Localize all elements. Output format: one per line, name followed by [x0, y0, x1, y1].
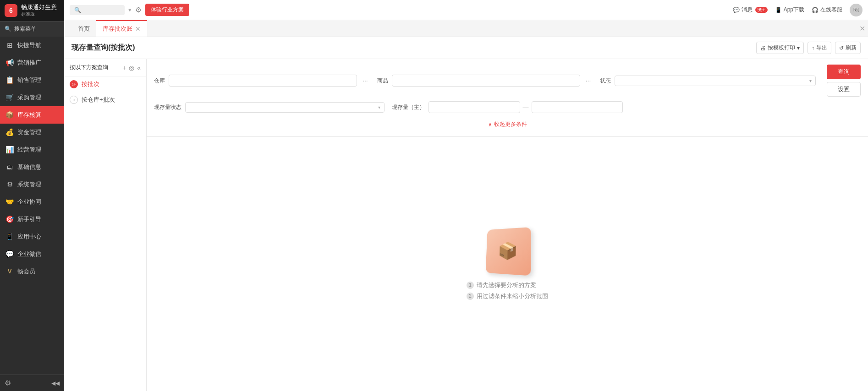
sidebar-collapse-icon[interactable]: ◀◀ — [51, 380, 60, 386]
sidebar-item-basic[interactable]: 🗂 基础信息 — [0, 158, 64, 176]
finance-icon: 💰 — [5, 128, 14, 136]
action-buttons: 查询 设置 — [827, 65, 861, 97]
plan-item-batch[interactable]: ◎ 按批次 — [64, 76, 146, 92]
sidebar-item-enterprise[interactable]: 🤝 企业协同 — [0, 193, 64, 211]
inventory-status-label: 现存量状态 — [154, 103, 181, 111]
filter-product: 商品 ··· — [377, 75, 593, 87]
new-guide-icon: 🎯 — [5, 215, 14, 223]
message-item[interactable]: 💬 消息 99+ — [733, 6, 768, 14]
plan-item-warehouse-batch[interactable]: ○ 按仓库+批次 — [64, 92, 146, 108]
sidebar-item-label: 采购管理 — [17, 93, 41, 102]
sidebar-item-label: 销售管理 — [17, 76, 41, 84]
plan-settings-icon[interactable]: ◎ — [129, 64, 134, 71]
tip-text-2: 用过滤条件来缩小分析范围 — [477, 292, 548, 300]
basic-icon: 🗂 — [5, 163, 14, 171]
app-download-icon: 📱 — [775, 7, 782, 13]
product-dots[interactable]: ··· — [584, 77, 593, 84]
sidebar-footer: ⚙ ◀◀ — [0, 375, 64, 391]
collapse-icon: ∧ — [488, 121, 492, 128]
left-panel-header-label: 按以下方案查询 — [70, 64, 108, 71]
sidebar-item-label: 新手引导 — [17, 215, 41, 223]
sidebar-item-marketing[interactable]: 📢 营销推广 — [0, 54, 64, 71]
empty-tips: 1 请先选择要分析的方案 2 用过滤条件来缩小分析范围 — [467, 281, 548, 300]
filter-warehouse: 仓库 ··· — [154, 75, 370, 87]
refresh-btn[interactable]: ↺ 刷新 — [835, 42, 861, 54]
topbar-search-icon: 🔍 — [74, 7, 81, 13]
sidebar-item-operations[interactable]: 📊 经营管理 — [0, 141, 64, 158]
sidebar-item-label: 应用中心 — [17, 233, 41, 241]
sidebar-item-app-center[interactable]: 📱 应用中心 — [0, 228, 64, 245]
sales-icon: 📋 — [5, 76, 14, 84]
plan-warehouse-batch-label: 按仓库+批次 — [82, 96, 115, 104]
filter-row-2: 现存量状态 ▾ 现存量（主） — — [154, 101, 861, 113]
left-panel-header: 按以下方案查询 + ◎ « — [64, 59, 146, 76]
print-dropdown-icon[interactable]: ▾ — [797, 45, 800, 51]
sidebar-item-label: 基础信息 — [17, 163, 41, 171]
print-btn[interactable]: 🖨 按模板打印 ▾ — [756, 42, 804, 54]
status-select[interactable]: ▾ — [615, 76, 816, 86]
topbar-settings-icon[interactable]: ⚙ — [135, 5, 142, 14]
search-icon: 🔍 — [5, 26, 11, 32]
sidebar-item-purchase[interactable]: 🛒 采购管理 — [0, 89, 64, 106]
app-subtitle: 标准版 — [21, 11, 57, 17]
tip-num-2: 2 — [467, 293, 474, 300]
filter-area: 仓库 ··· 商品 ··· 状态 ▾ — [147, 59, 868, 137]
settings-btn[interactable]: 设置 — [827, 82, 861, 97]
sidebar: 6 畅康通好生意 标准版 🔍 搜索菜单 ⊞ 快捷导航 📢 营销推广 📋 销售管理… — [0, 0, 64, 391]
operations-icon: 📊 — [5, 146, 14, 154]
enterprise-icon: 🤝 — [5, 198, 14, 206]
inventory-qty-min[interactable] — [429, 101, 520, 113]
sidebar-item-sales[interactable]: 📋 销售管理 — [0, 71, 64, 89]
sidebar-settings-icon[interactable]: ⚙ — [5, 379, 11, 387]
enterprise-wx-icon: 💬 — [5, 250, 14, 258]
filter-inventory-status: 现存量状态 ▾ — [154, 102, 385, 113]
sidebar-item-new-guide[interactable]: 🎯 新手引导 — [0, 211, 64, 228]
tip-text-1: 请先选择要分析的方案 — [477, 281, 536, 289]
inventory-status-select[interactable]: ▾ — [185, 102, 385, 113]
collapse-panel-icon[interactable]: « — [137, 64, 141, 71]
sidebar-item-system[interactable]: ⚙ 系统管理 — [0, 176, 64, 193]
app-download-item[interactable]: 📱 App下载 — [775, 6, 804, 14]
sidebar-item-label: 企业微信 — [17, 250, 41, 258]
sidebar-item-label: 资金管理 — [17, 128, 41, 136]
inventory-qty-max[interactable] — [532, 101, 623, 113]
warehouse-dots[interactable]: ··· — [361, 77, 370, 84]
tab-home[interactable]: 首页 — [71, 20, 96, 37]
filter-row-1: 仓库 ··· 商品 ··· 状态 ▾ — [154, 65, 861, 97]
sidebar-search[interactable]: 🔍 搜索菜单 — [0, 22, 64, 37]
empty-icon: 📦 — [486, 227, 531, 276]
user-avatar[interactable]: Rit — [850, 4, 863, 16]
topbar-search-box[interactable]: 🔍 — [70, 5, 125, 15]
main-area: 🔍 ▾ ⚙ 体验行业方案 💬 消息 99+ 📱 App下载 🎧 在线客服 Ri — [64, 0, 868, 391]
inventory-qty-range: — — [429, 101, 622, 113]
page-header: 现存量查询(按批次) 🖨 按模板打印 ▾ ↑ 导出 ↺ 刷新 — [64, 37, 868, 59]
export-btn[interactable]: ↑ 导出 — [808, 42, 831, 54]
sidebar-item-enterprise-wx[interactable]: 💬 企业微信 — [0, 245, 64, 263]
sidebar-item-quick-nav[interactable]: ⊞ 快捷导航 — [0, 37, 64, 54]
sidebar-item-label: 营销推广 — [17, 59, 41, 67]
collapse-bar[interactable]: ∧ 收起更多条件 — [154, 118, 861, 131]
warehouse-input[interactable] — [169, 75, 357, 87]
search-label: 搜索菜单 — [14, 25, 36, 33]
topbar-dropdown-icon[interactable]: ▾ — [128, 6, 132, 13]
query-btn[interactable]: 查询 — [827, 65, 861, 79]
trial-btn[interactable]: 体验行业方案 — [145, 4, 189, 16]
tab-close-icon[interactable]: ✕ — [135, 26, 141, 32]
range-dash: — — [523, 104, 529, 111]
member-icon: V — [5, 268, 14, 275]
right-panel: 仓库 ··· 商品 ··· 状态 ▾ — [147, 59, 868, 391]
system-icon: ⚙ — [5, 180, 14, 189]
sidebar-item-member[interactable]: V 畅会员 — [0, 263, 64, 280]
plan-batch-icon: ◎ — [70, 80, 78, 88]
sidebar-item-inventory[interactable]: 📦 库存核算 — [0, 106, 64, 124]
product-input[interactable] — [392, 75, 580, 87]
sidebar-item-finance[interactable]: 💰 资金管理 — [0, 124, 64, 141]
tab-home-label: 首页 — [78, 25, 90, 33]
close-all-btn[interactable]: ✕ — [857, 23, 868, 34]
marketing-icon: 📢 — [5, 59, 14, 67]
topbar-search-input[interactable] — [84, 7, 121, 13]
online-service-item[interactable]: 🎧 在线客服 — [812, 6, 842, 14]
add-plan-icon[interactable]: + — [122, 64, 126, 71]
tab-inventory-batch[interactable]: 库存批次账 ✕ — [96, 20, 147, 37]
left-panel: 按以下方案查询 + ◎ « ◎ 按批次 ○ 按仓库+批次 — [64, 59, 147, 391]
